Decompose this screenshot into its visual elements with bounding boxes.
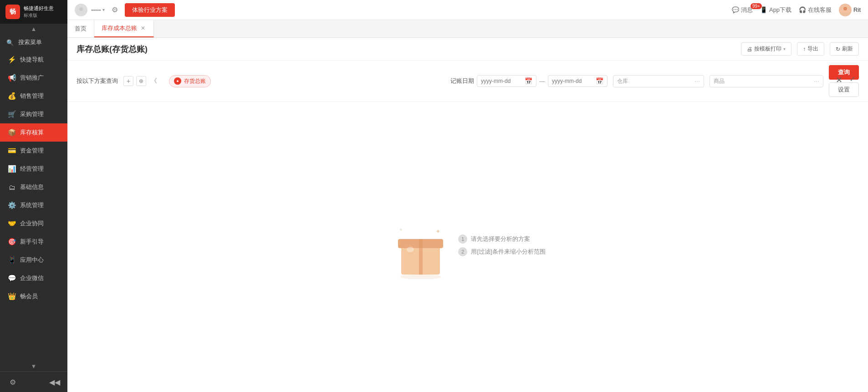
user-avatar xyxy=(839,4,852,16)
filter-area: 按以下方案查询 + ⊕ 《 ● 存货总账 记账日期 📅 xyxy=(67,61,868,102)
sidebar-item-operation[interactable]: 📊 经营管理 xyxy=(0,160,67,178)
sidebar-scroll-down[interactable]: ▼ xyxy=(0,361,67,372)
print-btn[interactable]: 🖨 按模板打印 ▾ xyxy=(741,42,791,56)
filter-settings-btn[interactable]: ⊕ xyxy=(136,76,146,86)
wecom-icon: 💬 xyxy=(7,274,16,283)
hint-number-1: 1 xyxy=(458,234,467,244)
warehouse-filter[interactable]: 仓库 ··· xyxy=(613,75,704,87)
sidebar-item-wecom[interactable]: 💬 企业微信 xyxy=(0,269,67,287)
sidebar-item-enterprise[interactable]: 🤝 企业协同 xyxy=(0,214,67,233)
product-filter[interactable]: 商品 ··· xyxy=(710,75,823,87)
sidebar-item-basic[interactable]: 🗂 基础信息 xyxy=(0,178,67,196)
hint-item-2: 2 用[过滤]条件来缩小分析范围 xyxy=(458,247,545,256)
topbar-avatar xyxy=(75,4,87,16)
message-icon: 💬 xyxy=(732,6,739,13)
collapse-icon[interactable]: ◀◀ xyxy=(49,377,60,387)
tab-home[interactable]: 首页 xyxy=(67,20,94,37)
basic-icon: 🗂 xyxy=(7,183,16,192)
page-header: 库存总账(存货总账) 🖨 按模板打印 ▾ ↑ 导出 ↻ 刷新 xyxy=(67,38,868,61)
warehouse-label: 仓库 xyxy=(617,77,628,85)
hint-text-2: 用[过滤]条件来缩小分析范围 xyxy=(471,248,545,256)
message-badge: 99+ xyxy=(751,3,762,9)
sidebar-item-inventory[interactable]: 📦 库存核算 xyxy=(0,123,67,142)
sidebar-nav: 🔍 搜索菜单 ⚡ 快捷导航 📢 营销推广 💰 销售管理 🛒 采购管理 📦 库存核… xyxy=(0,34,67,361)
svg-rect-4 xyxy=(419,239,423,275)
inventory-icon: 📦 xyxy=(7,128,16,137)
sidebar-item-marketing[interactable]: 📢 营销推广 xyxy=(0,69,67,87)
svg-point-5 xyxy=(407,247,414,252)
sidebar-item-search[interactable]: 🔍 搜索菜单 xyxy=(0,34,67,51)
svg-text:✦: ✦ xyxy=(399,227,403,232)
page-header-actions: 🖨 按模板打印 ▾ ↑ 导出 ↻ 刷新 xyxy=(741,42,859,56)
hint-item-1: 1 请先选择要分析的方案 xyxy=(458,234,545,244)
sidebar-item-system[interactable]: ⚙️ 系统管理 xyxy=(0,196,67,214)
hint-text-1: 请先选择要分析的方案 xyxy=(471,235,530,243)
date-separator: — xyxy=(539,78,545,85)
print-icon: 🖨 xyxy=(747,46,752,52)
system-icon: ⚙️ xyxy=(7,201,16,210)
industry-btn[interactable]: 体验行业方案 xyxy=(125,3,175,17)
sidebar: 畅 畅捷通好生意 标准版 ▲ 🔍 搜索菜单 ⚡ 快捷导航 📢 营销推广 💰 销售… xyxy=(0,0,67,392)
tab-inventory-cost[interactable]: 库存成本总账 ✕ xyxy=(94,20,154,37)
calendar-end-icon[interactable]: 📅 xyxy=(596,77,603,85)
user-name: Rit xyxy=(853,6,861,13)
app-logo: 畅 畅捷通好生意 标准版 xyxy=(0,0,67,24)
sidebar-item-sales[interactable]: 💰 销售管理 xyxy=(0,87,67,105)
date-end-input[interactable]: 📅 xyxy=(548,75,608,87)
headset-icon: 🎧 xyxy=(799,6,806,13)
app-center-icon: 📱 xyxy=(7,255,16,265)
sidebar-bottom: ⚙ ◀◀ xyxy=(0,372,67,392)
sidebar-item-finance[interactable]: 💳 资金管理 xyxy=(0,142,67,160)
date-label: 记账日期 xyxy=(450,77,474,85)
filter-settings-btn2[interactable]: 设置 xyxy=(829,82,859,97)
filter-collapse-btn[interactable]: 《 xyxy=(149,76,159,86)
topbar-chevron-icon: ▾ xyxy=(102,7,105,12)
topbar-right: 💬 消息 99+ 📱 App下载 🎧 在线客服 Rit xyxy=(732,4,861,16)
online-support-btn[interactable]: 🎧 在线客服 xyxy=(799,6,832,14)
filter-scheme[interactable]: ● 存货总账 xyxy=(169,75,211,87)
quick-nav-icon: ⚡ xyxy=(7,55,16,64)
sidebar-item-purchase[interactable]: 🛒 采购管理 xyxy=(0,105,67,123)
filter-add-btn[interactable]: + xyxy=(123,76,133,86)
sidebar-item-newbie[interactable]: 🎯 新手引导 xyxy=(0,233,67,251)
app-download-btn[interactable]: 📱 App下载 xyxy=(760,6,791,14)
page-content: ✕ ⤢ 库存总账(存货总账) 🖨 按模板打印 ▾ ↑ 导出 ↻ 刷新 xyxy=(67,38,868,392)
search-icon: 🔍 xyxy=(5,38,15,47)
refresh-btn[interactable]: ↻ 刷新 xyxy=(830,42,859,56)
tabs-bar: 首页 库存成本总账 ✕ xyxy=(67,20,868,38)
print-dropdown-icon[interactable]: ▾ xyxy=(783,46,786,51)
filter-actions: + ⊕ 《 xyxy=(123,76,159,86)
hint-number-2: 2 xyxy=(458,247,467,256)
topbar-dropdown[interactable]: ▪▪▪▪▪ ▾ xyxy=(91,7,105,13)
sidebar-item-member[interactable]: 👑 畅会员 xyxy=(0,287,67,305)
tab-close-icon[interactable]: ✕ xyxy=(140,25,146,31)
sidebar-scroll-up[interactable]: ▲ xyxy=(0,24,67,34)
filter-scheme-label: 按以下方案查询 xyxy=(77,77,118,85)
refresh-icon: ↻ xyxy=(836,46,840,52)
export-btn[interactable]: ↑ 导出 xyxy=(797,42,824,56)
settings-icon[interactable]: ⚙ xyxy=(7,377,18,387)
panel-close-btn[interactable]: ✕ xyxy=(836,75,842,85)
panel-resize-btn[interactable]: ⤢ xyxy=(850,75,855,82)
empty-state: ✦ ✦ 1 请先选择要分析的方案 2 用[过滤]条件来缩小分析范围 xyxy=(67,102,868,392)
empty-text: 1 请先选择要分析的方案 2 用[过滤]条件来缩小分析范围 xyxy=(458,234,545,260)
empty-illustration: ✦ ✦ xyxy=(390,220,444,275)
product-more-icon[interactable]: ··· xyxy=(814,77,819,85)
export-icon: ↑ xyxy=(803,46,806,52)
svg-point-0 xyxy=(79,7,83,11)
sidebar-item-app-center[interactable]: 📱 应用中心 xyxy=(0,251,67,269)
sidebar-item-quick-nav[interactable]: ⚡ 快捷导航 xyxy=(0,51,67,69)
scheme-icon: ● xyxy=(174,77,181,85)
message-btn[interactable]: 💬 消息 99+ xyxy=(732,6,753,14)
calendar-start-icon[interactable]: 📅 xyxy=(525,77,532,85)
date-start-input[interactable]: 📅 xyxy=(477,75,536,87)
purchase-icon: 🛒 xyxy=(7,110,16,119)
user-profile[interactable]: Rit xyxy=(839,4,861,16)
date-filter: 记账日期 📅 — 📅 xyxy=(450,75,608,87)
date-end-field[interactable] xyxy=(552,78,593,84)
operation-icon: 📊 xyxy=(7,164,16,173)
marketing-icon: 📢 xyxy=(7,73,16,82)
date-start-field[interactable] xyxy=(481,78,522,84)
warehouse-more-icon[interactable]: ··· xyxy=(694,77,700,85)
topbar-settings-icon[interactable]: ⚙ xyxy=(108,4,121,16)
